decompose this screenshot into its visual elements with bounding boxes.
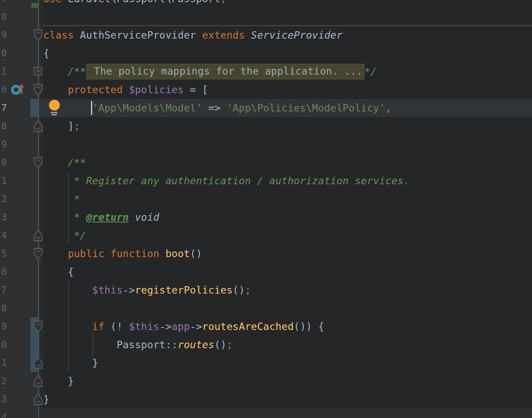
- code-line[interactable]: 8: [0, 299, 532, 317]
- code-line[interactable]: 0 Passport::routes();: [0, 336, 532, 354]
- code-text: /** The policy mappings for the applicat…: [43, 62, 376, 81]
- code-text: }: [43, 354, 98, 372]
- code-text: {: [43, 44, 49, 62]
- code-line[interactable]: 1 /** The policy mappings for the applic…: [0, 62, 532, 81]
- code-line[interactable]: 3}: [0, 390, 532, 408]
- code-line[interactable]: 4: [0, 408, 532, 418]
- line-number[interactable]: 1: [0, 354, 7, 372]
- folded-text-placeholder[interactable]: The policy mappings for the application.…: [86, 64, 364, 79]
- line-number[interactable]: 1: [0, 172, 7, 190]
- line-number[interactable]: 3: [0, 390, 7, 408]
- code-text: }: [43, 372, 74, 390]
- fold-marker-icon[interactable]: [32, 393, 44, 407]
- fold-marker-icon[interactable]: [32, 320, 44, 334]
- code-text: 'App\Models\Model' => 'App\Policies\Mode…: [43, 99, 392, 117]
- line-number[interactable]: 0: [0, 153, 7, 172]
- code-line[interactable]: 7 $this->registerPolicies();: [0, 281, 532, 299]
- fold-marker-icon[interactable]: [32, 375, 44, 389]
- line-number[interactable]: 1: [0, 62, 7, 81]
- lightbulb-base-icon: [52, 114, 57, 115]
- code-line[interactable]: 0{: [0, 44, 532, 62]
- override-up-icon[interactable]: [10, 82, 25, 99]
- fold-collapsed-marker-icon[interactable]: [32, 65, 44, 79]
- code-text: ];: [43, 117, 80, 135]
- code-line[interactable]: 6 protected $policies = [: [0, 81, 532, 99]
- code-line[interactable]: 2 }: [0, 372, 532, 390]
- line-number[interactable]: 0: [0, 44, 7, 62]
- vcs-change-marker-modified[interactable]: [30, 336, 38, 354]
- code-line[interactable]: 6 {: [0, 263, 532, 281]
- code-editor-pane: 7use Laravel\Passport\Passport;89class A…: [0, 0, 532, 418]
- line-number[interactable]: 0: [0, 336, 7, 354]
- code-text: {: [43, 263, 74, 281]
- code-line[interactable]: 9 if (! $this->app->routesAreCached()) {: [0, 317, 532, 336]
- line-number[interactable]: 9: [0, 26, 7, 44]
- line-number[interactable]: 9: [0, 317, 7, 336]
- line-number[interactable]: 4: [0, 226, 7, 245]
- intention-lightbulb-icon[interactable]: [49, 100, 60, 111]
- code-text: */: [43, 226, 86, 245]
- code-text: * @return void: [43, 208, 159, 226]
- code-line[interactable]: 1 }: [0, 354, 532, 372]
- fold-marker-icon[interactable]: [32, 229, 44, 243]
- code-text: if (! $this->app->routesAreCached()) {: [43, 317, 324, 336]
- code-line[interactable]: 7 'App\Models\Model' => 'App\Policies\Mo…: [0, 99, 532, 117]
- code-line[interactable]: 9class AuthServiceProvider extends Servi…: [0, 26, 532, 44]
- fold-marker-icon[interactable]: [32, 157, 44, 170]
- line-number[interactable]: 7: [0, 0, 7, 8]
- code-line[interactable]: 5 public function boot(): [0, 245, 532, 263]
- code-line[interactable]: 0 /**: [0, 153, 532, 172]
- code-line[interactable]: 4 */: [0, 226, 532, 245]
- code-line[interactable]: 7use Laravel\Passport\Passport;: [0, 0, 532, 8]
- fold-marker-icon[interactable]: [32, 120, 44, 134]
- line-number[interactable]: 2: [0, 372, 7, 390]
- code-line[interactable]: 9: [0, 135, 532, 153]
- code-text: Passport::routes();: [43, 336, 233, 354]
- fold-marker-icon[interactable]: [32, 357, 44, 371]
- vcs-change-marker-added[interactable]: [31, 3, 38, 8]
- fold-marker-icon[interactable]: [32, 84, 44, 98]
- code-line[interactable]: 2 *: [0, 190, 532, 208]
- line-number[interactable]: 5: [0, 245, 7, 263]
- line-number[interactable]: 2: [0, 190, 7, 208]
- code-line[interactable]: 3 * @return void: [0, 208, 532, 226]
- code-line[interactable]: 1 * Register any authentication / author…: [0, 172, 532, 190]
- line-number[interactable]: 7: [0, 99, 7, 117]
- line-number[interactable]: 8: [0, 299, 7, 317]
- code-text: *: [43, 190, 80, 208]
- code-text: public function boot(): [43, 245, 202, 263]
- code-text: }: [43, 390, 49, 408]
- code-text: /**: [43, 153, 86, 172]
- vcs-change-marker-modified[interactable]: [30, 99, 38, 117]
- code-line[interactable]: 8 ];: [0, 117, 532, 135]
- line-number[interactable]: 8: [0, 8, 7, 26]
- line-number[interactable]: 3: [0, 208, 7, 226]
- code-text: * Register any authentication / authoriz…: [43, 172, 410, 190]
- line-number[interactable]: 6: [0, 81, 7, 99]
- fold-marker-icon[interactable]: [32, 29, 44, 43]
- line-number[interactable]: 4: [0, 408, 7, 418]
- line-number[interactable]: 8: [0, 117, 7, 135]
- lightbulb-base-icon: [51, 112, 58, 113]
- code-text: $this->registerPolicies();: [43, 281, 251, 299]
- text-caret: [91, 101, 92, 115]
- code-line[interactable]: 8: [0, 8, 532, 26]
- code-text: class AuthServiceProvider extends Servic…: [43, 26, 343, 44]
- line-number[interactable]: 7: [0, 281, 7, 299]
- code-text: protected $policies = [: [43, 81, 208, 99]
- line-number[interactable]: 9: [0, 135, 7, 153]
- fold-marker-icon[interactable]: [32, 248, 44, 261]
- code-text: use Laravel\Passport\Passport;: [43, 0, 227, 8]
- line-number[interactable]: 6: [0, 263, 7, 281]
